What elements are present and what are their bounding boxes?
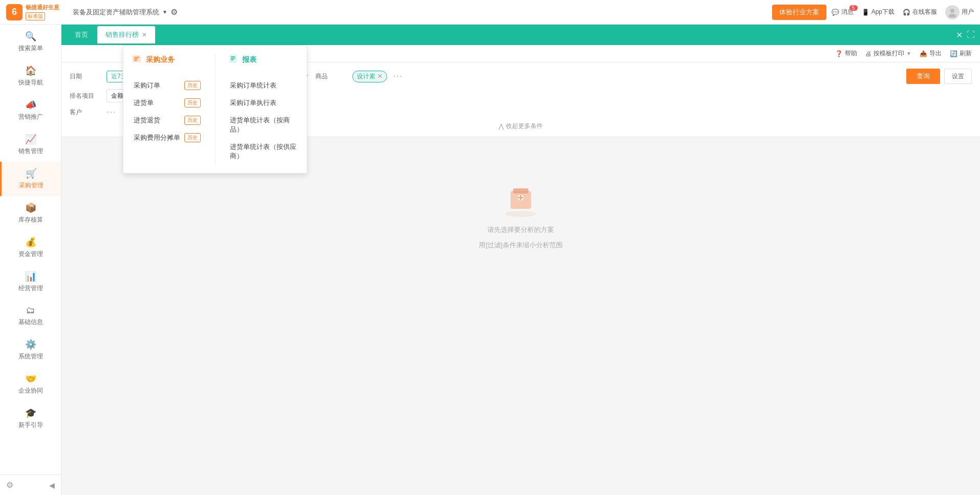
rank-item-label: 排名项目: [70, 92, 100, 100]
empty-tip-2: 用[过滤]条件来缩小分析范围: [479, 241, 562, 250]
sidebar-label-search: 搜索菜单: [18, 44, 43, 53]
tab-home-label: 首页: [75, 30, 88, 39]
product-tag-close[interactable]: ✕: [377, 73, 382, 80]
menu-item-expense[interactable]: 采购费用分摊单 历史: [132, 129, 203, 146]
print-icon: 🖨: [865, 50, 871, 57]
sidebar-item-basic[interactable]: 🗂 基础信息: [0, 299, 61, 333]
app-download-label: App下载: [871, 8, 894, 16]
menu-item-inbound-stats-supplier[interactable]: 进货单统计表（按供应商）: [228, 138, 299, 165]
sidebar-label-finance: 资金管理: [18, 250, 43, 259]
collapse-sidebar-icon[interactable]: ◀: [49, 481, 55, 489]
tab-sales-rank[interactable]: 销售排行榜 ✕: [97, 26, 155, 44]
online-service-label: 在线客服: [912, 8, 937, 16]
product-more-btn[interactable]: ···: [393, 72, 403, 81]
menu-divider: [215, 54, 216, 165]
close-window-icon[interactable]: ✕: [956, 30, 963, 40]
print-btn[interactable]: 🖨 按模板打印 ▼: [865, 49, 911, 58]
sidebar-item-marketing[interactable]: 📣 营销推广: [0, 93, 61, 127]
mobile-icon: 📱: [862, 9, 869, 16]
report-col-title-text: 报表: [242, 55, 257, 64]
sidebar-item-sales[interactable]: 📈 销售管理: [0, 127, 61, 162]
sidebar: 🔍 搜索菜单 🏠 快捷导航 📣 营销推广 📈 销售管理 🛒 采购管理 📦 库存核…: [0, 25, 61, 495]
query-btn[interactable]: 查询: [906, 69, 940, 84]
online-service-btn[interactable]: 🎧 在线客服: [903, 8, 937, 16]
finance-icon: 💰: [25, 236, 36, 248]
svg-rect-4: [513, 188, 528, 193]
product-label: 商品: [315, 72, 346, 81]
collapse-up-icon: ⋀: [499, 123, 504, 130]
product-tag: 设计素 ✕: [352, 71, 387, 82]
menu-item-inbound[interactable]: 进货单 历史: [132, 94, 203, 112]
sidebar-item-cooperation[interactable]: 🤝 企业协同: [0, 367, 61, 401]
svg-point-1: [949, 14, 956, 17]
sidebar-bottom: ⚙ ◀: [0, 475, 61, 495]
sidebar-label-cooperation: 企业协同: [18, 386, 43, 395]
sidebar-label-quick-nav: 快捷导航: [18, 78, 43, 87]
inventory-icon: 📦: [25, 202, 36, 213]
logo-area: 6 畅捷通好生意 标准版: [6, 4, 68, 20]
tab-bar: 首页 销售排行榜 ✕ ✕ ⛶: [61, 25, 980, 45]
refresh-btn[interactable]: 🔄 刷新: [950, 49, 972, 58]
gear-icon[interactable]: ⚙: [171, 7, 178, 17]
refresh-label: 刷新: [960, 49, 972, 58]
menu-item-order-exec[interactable]: 采购订单执行表: [228, 94, 299, 112]
date-label: 日期: [70, 72, 100, 81]
tab-home[interactable]: 首页: [67, 26, 96, 44]
order-stats-label: 采购订单统计表: [230, 81, 276, 90]
headset-icon: 🎧: [903, 9, 910, 16]
sidebar-item-operation[interactable]: 📊 经营管理: [0, 265, 61, 299]
sidebar-label-operation: 经营管理: [18, 284, 43, 293]
purchase-order-history[interactable]: 历史: [184, 81, 201, 90]
print-dropdown-icon[interactable]: ▼: [906, 51, 911, 56]
expense-history[interactable]: 历史: [184, 133, 201, 142]
chevron-down-icon[interactable]: ▼: [162, 9, 167, 15]
return-history[interactable]: 历史: [184, 116, 201, 125]
operation-icon: 📊: [25, 271, 36, 282]
sidebar-item-system[interactable]: ⚙️ 系统管理: [0, 333, 61, 367]
customer-label: 客户: [70, 108, 100, 117]
export-btn[interactable]: 📤 导出: [920, 49, 942, 58]
message-icon: 💬: [832, 9, 839, 16]
menu-item-purchase-order[interactable]: 采购订单 历史: [132, 77, 203, 94]
collapse-label: 收起更多条件: [506, 122, 543, 131]
sidebar-label-marketing: 营销推广: [18, 113, 43, 121]
sidebar-item-guide[interactable]: 🎓 新手引导: [0, 401, 61, 436]
settings-icon[interactable]: ⚙: [6, 480, 13, 490]
sidebar-label-guide: 新手引导: [18, 421, 43, 429]
sidebar-label-inventory: 库存核算: [18, 216, 43, 224]
report-col-title: 报表: [228, 54, 299, 70]
purchase-col-icon: [132, 54, 142, 66]
menu-item-return[interactable]: 进货退货 历史: [132, 112, 203, 129]
sidebar-label-sales: 销售管理: [18, 147, 43, 156]
system-icon: ⚙️: [25, 339, 36, 350]
return-label: 进货退货: [134, 116, 160, 125]
content-area: 首页 销售排行榜 ✕ ✕ ⛶ ❓ 帮助 🖨 按模板: [61, 25, 980, 495]
inbound-history[interactable]: 历史: [184, 98, 201, 107]
industry-btn[interactable]: 体验行业方案: [772, 5, 826, 20]
help-btn[interactable]: ❓ 帮助: [835, 49, 857, 58]
menu-item-inbound-stats-product[interactable]: 进货单统计表（按商品）: [228, 112, 299, 138]
svg-point-0: [950, 9, 954, 13]
user-btn[interactable]: 用户: [945, 5, 974, 19]
customer-more-btn[interactable]: ···: [106, 107, 116, 117]
app-download-btn[interactable]: 📱 App下载: [862, 8, 894, 16]
sidebar-item-purchase[interactable]: 🛒 采购管理: [0, 162, 61, 196]
settings-btn[interactable]: 设置: [944, 69, 972, 84]
report-col-icon: [228, 54, 238, 66]
tab-bar-actions: ✕ ⛶: [956, 30, 975, 40]
purchase-col-title: 采购业务: [132, 54, 203, 70]
marketing-icon: 📣: [25, 99, 36, 111]
expand-icon[interactable]: ⛶: [967, 30, 975, 39]
sidebar-item-inventory[interactable]: 📦 库存核算: [0, 196, 61, 230]
user-label: 用户: [962, 8, 974, 16]
purchase-dropdown-menu: 采购业务 采购订单 历史 进货单 历史 进货退货 历史: [123, 45, 307, 174]
sidebar-item-finance[interactable]: 💰 资金管理: [0, 230, 61, 265]
purchase-dropdown-overlay: 采购业务 采购订单 历史 进货单 历史 进货退货 历史: [123, 45, 307, 174]
svg-point-2: [505, 211, 536, 217]
menu-item-order-stats[interactable]: 采购订单统计表: [228, 77, 299, 94]
sidebar-item-search[interactable]: 🔍 搜索菜单: [0, 25, 61, 59]
tab-close-icon[interactable]: ✕: [142, 31, 147, 38]
message-btn[interactable]: 💬 消息 5: [832, 8, 854, 16]
sidebar-item-quick-nav[interactable]: 🏠 快捷导航: [0, 59, 61, 93]
export-label: 导出: [929, 49, 942, 58]
